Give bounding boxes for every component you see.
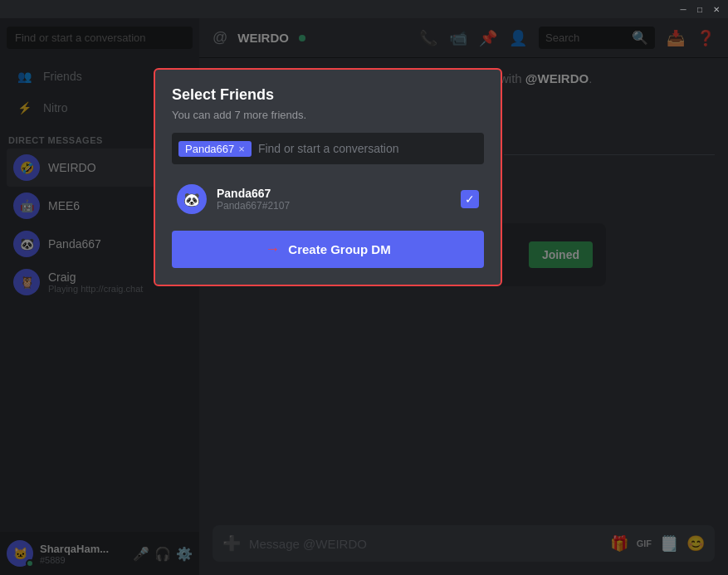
select-friends-modal: Select Friends You can add 7 more friend… <box>154 68 502 286</box>
modal-overlay: Select Friends You can add 7 more friend… <box>0 18 728 575</box>
titlebar: ─ □ ✕ <box>0 0 728 18</box>
friend-checkbox-panda667[interactable]: ✓ <box>461 190 479 208</box>
modal-subtitle: You can add 7 more friends. <box>172 109 484 121</box>
tag-input-wrap: Panda667 × <box>172 133 484 164</box>
friend-tag-panda667: Panda667#2107 <box>217 200 451 212</box>
friend-info-panda667: Panda667 Panda667#2107 <box>217 187 451 212</box>
tag-remove-button[interactable]: × <box>238 143 245 155</box>
create-group-dm-button[interactable]: → Create Group DM <box>172 231 484 268</box>
friend-name-panda667: Panda667 <box>217 187 451 200</box>
friend-row-panda667[interactable]: 🐼 Panda667 Panda667#2107 ✓ <box>172 176 484 222</box>
create-group-dm-label: Create Group DM <box>288 242 390 256</box>
selected-friend-tag: Panda667 × <box>178 141 252 157</box>
friend-search-input[interactable] <box>258 142 477 155</box>
close-button[interactable]: ✕ <box>711 4 721 14</box>
tag-label: Panda667 <box>185 143 234 155</box>
friend-avatar-panda667: 🐼 <box>177 184 207 214</box>
minimize-button[interactable]: ─ <box>678 4 688 14</box>
modal-title: Select Friends <box>172 86 484 104</box>
arrow-icon: → <box>265 241 280 258</box>
maximize-button[interactable]: □ <box>695 4 705 14</box>
